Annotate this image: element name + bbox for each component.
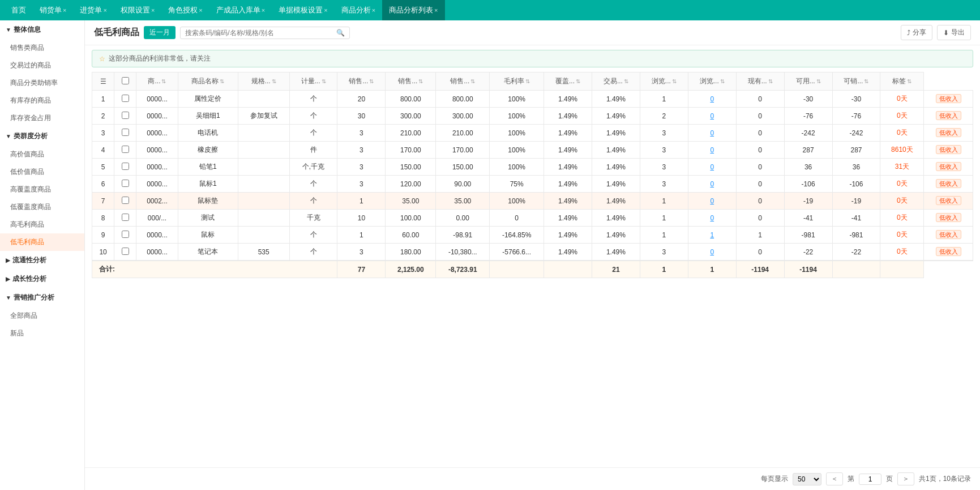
- export-button[interactable]: ⬇ 导出: [937, 25, 971, 40]
- sidebar-item-有库存的商品[interactable]: 有库存的商品: [0, 92, 84, 109]
- next-page-btn[interactable]: ＞: [897, 472, 914, 485]
- row-checkbox[interactable]: [122, 112, 129, 119]
- nav-close-icon[interactable]: ×: [151, 7, 155, 14]
- nav-close-icon[interactable]: ×: [103, 7, 106, 14]
- column-header-14[interactable]: 现有... ⇅: [736, 73, 784, 91]
- sort-2[interactable]: 商... ⇅: [148, 76, 166, 86]
- sort-9[interactable]: 毛利率 ⇅: [504, 76, 530, 86]
- sort-4[interactable]: 规格... ⇅: [251, 76, 276, 86]
- page-input[interactable]: [859, 474, 881, 485]
- nav-close-icon[interactable]: ×: [199, 7, 202, 14]
- browse1-link[interactable]: 0: [710, 163, 714, 171]
- nav-close-icon[interactable]: ×: [262, 7, 265, 14]
- column-header-15[interactable]: 可用... ⇅: [784, 73, 832, 91]
- filter-month-btn[interactable]: 近一月: [144, 26, 176, 39]
- browse1-link[interactable]: 0: [710, 129, 714, 137]
- sidebar-item-新品[interactable]: 新品: [0, 325, 84, 342]
- row-checkbox[interactable]: [122, 180, 129, 187]
- sidebar-group-整体信息[interactable]: ▼整体信息: [0, 20, 84, 39]
- browse1-link[interactable]: 0: [710, 112, 714, 120]
- nav-item-角色授权[interactable]: 角色授权 ×: [161, 0, 209, 20]
- row-checkbox[interactable]: [122, 95, 129, 102]
- browse1-link[interactable]: 0: [710, 248, 714, 256]
- nav-close-icon[interactable]: ×: [434, 7, 438, 14]
- sidebar-item-低覆盖度商品[interactable]: 低覆盖度商品: [0, 198, 84, 216]
- column-header-8[interactable]: 销售... ⇅: [436, 73, 490, 91]
- nav-item-商品分析列表[interactable]: 商品分析列表 ×: [382, 0, 444, 20]
- row-code: 0002...: [136, 193, 178, 210]
- column-header-7[interactable]: 销售... ⇅: [386, 73, 436, 91]
- sort-14[interactable]: 现有... ⇅: [748, 76, 773, 86]
- sidebar-item-高价值商品[interactable]: 高价值商品: [0, 146, 84, 163]
- row-tag: 低收入: [936, 94, 961, 103]
- nav-close-icon[interactable]: ×: [372, 7, 375, 14]
- sidebar-item-高覆盖度商品[interactable]: 高覆盖度商品: [0, 181, 84, 198]
- browse1-link[interactable]: 0: [710, 180, 714, 188]
- browse1-link[interactable]: 0: [710, 95, 714, 103]
- column-header-11[interactable]: 交易... ⇅: [592, 73, 640, 91]
- sidebar-item-低价值商品[interactable]: 低价值商品: [0, 163, 84, 181]
- sidebar-item-销售类商品[interactable]: 销售类商品: [0, 39, 84, 57]
- nav-item-进货单[interactable]: 进货单 ×: [73, 0, 113, 20]
- nav-item-权限设置[interactable]: 权限设置 ×: [114, 0, 161, 20]
- column-header-12[interactable]: 浏览... ⇅: [640, 73, 688, 91]
- column-header-17[interactable]: 标签 ⇅: [880, 73, 924, 91]
- column-header-2[interactable]: 商... ⇅: [136, 73, 178, 91]
- column-header-9[interactable]: 毛利率 ⇅: [490, 73, 544, 91]
- sidebar-item-交易过的商品[interactable]: 交易过的商品: [0, 57, 84, 74]
- nav-close-icon[interactable]: ×: [63, 7, 66, 14]
- sidebar-item-高毛利商品[interactable]: 高毛利商品: [0, 216, 84, 233]
- browse1-link[interactable]: 0: [710, 146, 714, 154]
- nav-item-销货单[interactable]: 销货单 ×: [33, 0, 73, 20]
- nav-item-首页[interactable]: 首页: [5, 0, 33, 20]
- select-all-checkbox[interactable]: [122, 77, 129, 84]
- sort-3[interactable]: 商品名称 ⇅: [191, 76, 224, 86]
- sort-15[interactable]: 可用... ⇅: [796, 76, 821, 86]
- search-icon[interactable]: 🔍: [336, 29, 345, 37]
- row-checkbox[interactable]: [122, 129, 129, 136]
- sort-5[interactable]: 计量... ⇅: [301, 76, 326, 86]
- sort-11[interactable]: 交易... ⇅: [604, 76, 628, 86]
- sort-6[interactable]: 销售... ⇅: [349, 76, 374, 86]
- column-header-6[interactable]: 销售... ⇅: [337, 73, 386, 91]
- sidebar-group-成长性分析[interactable]: ▶成长性分析: [0, 270, 84, 288]
- sidebar-item-低毛利商品[interactable]: 低毛利商品: [0, 233, 84, 251]
- row-checkbox[interactable]: [122, 231, 129, 238]
- sort-7[interactable]: 销售... ⇅: [398, 76, 423, 86]
- row-checkbox[interactable]: [122, 197, 129, 204]
- prev-page-btn[interactable]: ＜: [826, 472, 843, 485]
- browse1-link[interactable]: 1: [710, 231, 714, 239]
- row-checkbox[interactable]: [122, 248, 129, 255]
- share-button[interactable]: ⤴ 分享: [901, 25, 932, 40]
- sort-16[interactable]: 可销... ⇅: [844, 76, 868, 86]
- sort-8[interactable]: 销售... ⇅: [450, 76, 475, 86]
- sort-13[interactable]: 浏览... ⇅: [700, 76, 725, 86]
- column-header-13[interactable]: 浏览... ⇅: [688, 73, 736, 91]
- search-input[interactable]: [185, 29, 336, 37]
- column-header-3[interactable]: 商品名称 ⇅: [178, 73, 238, 91]
- sidebar-item-商品分类助销率[interactable]: 商品分类助销率: [0, 74, 84, 92]
- row-checkbox[interactable]: [122, 214, 129, 221]
- table-row: 20000...吴细细1参加复试个30300.00300.00100%1.49%…: [92, 108, 973, 125]
- row-checkbox[interactable]: [122, 163, 129, 170]
- nav-item-单据模板设置[interactable]: 单据模板设置 ×: [272, 0, 334, 20]
- column-header-16[interactable]: 可销... ⇅: [832, 73, 880, 91]
- nav-close-icon[interactable]: ×: [324, 7, 327, 14]
- page-size-select[interactable]: 50 100 200: [793, 473, 821, 485]
- nav-item-产成品入库单[interactable]: 产成品入库单 ×: [209, 0, 272, 20]
- column-header-4[interactable]: 规格... ⇅: [238, 73, 289, 91]
- sidebar-group-类群度分析[interactable]: ▼类群度分析: [0, 127, 84, 146]
- column-header-5[interactable]: 计量... ⇅: [289, 73, 337, 91]
- nav-item-商品分析[interactable]: 商品分析 ×: [335, 0, 382, 20]
- browse1-link[interactable]: 0: [710, 214, 714, 222]
- sidebar-group-流通性分析[interactable]: ▶流通性分析: [0, 251, 84, 270]
- sort-17[interactable]: 标签 ⇅: [892, 76, 911, 86]
- sidebar-group-营销推广分析[interactable]: ▼营销推广分析: [0, 288, 84, 307]
- browse1-link[interactable]: 0: [710, 197, 714, 205]
- row-checkbox[interactable]: [122, 146, 129, 153]
- sidebar-item-全部商品[interactable]: 全部商品: [0, 307, 84, 325]
- sidebar-item-库存资金占用[interactable]: 库存资金占用: [0, 109, 84, 127]
- column-header-10[interactable]: 覆盖... ⇅: [544, 73, 592, 91]
- sort-12[interactable]: 浏览... ⇅: [652, 76, 677, 86]
- sort-10[interactable]: 覆盖... ⇅: [555, 76, 580, 86]
